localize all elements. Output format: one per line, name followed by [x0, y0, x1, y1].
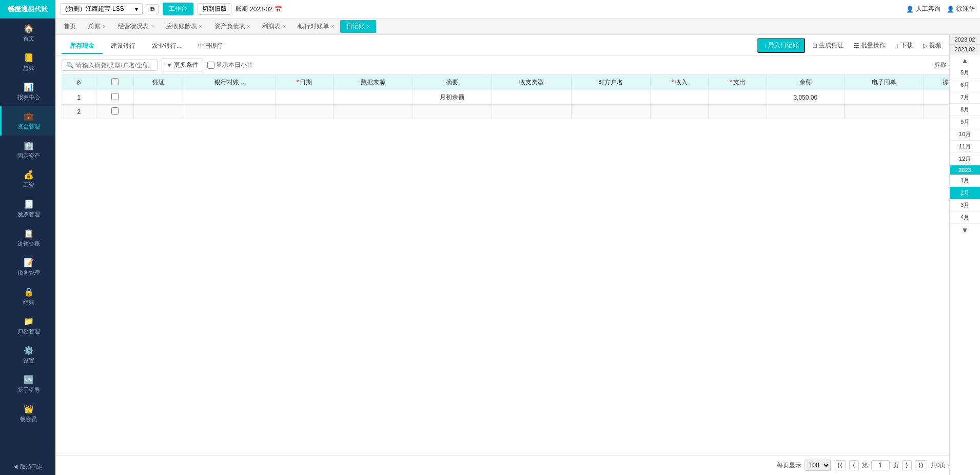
tab-bank-statement[interactable]: 银行对账单 × [292, 20, 340, 33]
date-month-9[interactable]: 9月 [950, 116, 980, 128]
filter-btn[interactable]: ▼ 更多条件 [162, 59, 203, 71]
row2-num: 2 [62, 105, 96, 119]
row1-date [275, 90, 333, 105]
sidebar-item-payroll[interactable]: 💰 工资 [0, 165, 55, 194]
assets-mgmt-icon: 💼 [24, 111, 34, 121]
sidebar-item-closing[interactable]: 🔒 结账 [0, 282, 55, 311]
bank-tab-zhongguo[interactable]: 中国银行 [190, 39, 231, 54]
sidebar-item-archive[interactable]: 📁 归档管理 [0, 311, 55, 340]
tab-journal-close[interactable]: × [367, 24, 370, 29]
date-month-2[interactable]: 2月 [950, 187, 980, 199]
unpin-sidebar-btn[interactable]: ◀ 取消固定 [0, 459, 55, 475]
tab-receivable-close[interactable]: × [199, 24, 202, 29]
row1-cb[interactable] [96, 90, 134, 105]
sidebar-item-reports[interactable]: 📊 报表中心 [0, 77, 55, 106]
row2-checkbox[interactable] [111, 107, 119, 115]
table-wrapper: ⚙ 凭证 银行对账... 日期 数据来源 摘要 收支类型 对方户名 收入 支出 … [55, 74, 980, 455]
sidebar-item-vip[interactable]: 👑 畅会员 [0, 399, 55, 428]
tab-bank-statement-close[interactable]: × [331, 24, 334, 29]
copy-button[interactable]: ⧉ [147, 4, 159, 14]
sidebar-item-assets-mgmt[interactable]: 💼 资金管理 [0, 106, 55, 136]
sidebar-item-purchase-sales[interactable]: 📋 进销台账 [0, 223, 55, 253]
closing-icon: 🔒 [24, 287, 34, 297]
switch-old-btn[interactable]: 切到旧版 [198, 3, 231, 15]
col-settings[interactable]: ⚙ [62, 75, 96, 90]
tab-receivable[interactable]: 应收账龄表 × [160, 20, 208, 33]
date-month-8[interactable]: 8月 [950, 104, 980, 116]
bank-tab-jianshe[interactable]: 建设银行 [103, 39, 144, 54]
generate-voucher-btn[interactable]: ⊡ 生成凭证 [809, 40, 847, 51]
tab-assets-close[interactable]: × [247, 24, 250, 29]
period-value: 2023-02 [250, 6, 272, 13]
select-all-checkbox[interactable] [111, 78, 119, 85]
date-month-10[interactable]: 10月 [950, 128, 980, 141]
row1-checkbox[interactable] [111, 93, 119, 100]
vip-icon: 👑 [24, 404, 34, 414]
date-month-6[interactable]: 6月 [950, 79, 980, 91]
tab-business[interactable]: 经营状况表 × [112, 20, 160, 33]
first-page-btn[interactable]: ⟨⟨ [834, 460, 846, 470]
date-month-11[interactable]: 11月 [950, 141, 980, 153]
reports-icon: 📊 [24, 82, 34, 92]
search-input-wrapper[interactable]: 🔍 [62, 60, 158, 71]
sidebar-item-tax[interactable]: 📝 税务管理 [0, 253, 55, 282]
tab-home[interactable]: 首页 [57, 20, 82, 33]
date-month-7[interactable]: 7月 [950, 91, 980, 104]
import-journal-btn[interactable]: ↑ 导入日记账 [757, 38, 805, 53]
search-icon: 🔍 [66, 62, 74, 69]
username: 徐逢华 [956, 5, 975, 13]
date-month-5[interactable]: 5月 [950, 67, 980, 79]
sidebar-item-fixed-assets[interactable]: 🏢 固定资产 [0, 136, 55, 165]
download-btn[interactable]: ↓ 下载 [893, 40, 916, 51]
sidebar-item-invoice[interactable]: 🧾 发票管理 [0, 194, 55, 223]
topbar: (勿删）江西超宝-LSS ▾ ⧉ 工作台 切到旧版 账期 2023-02 📅 👤… [55, 0, 980, 18]
bank-tabs: 库存现金 建设银行 农业银行... 中国银行 ↑ 导入日记账 ⊡ 生成凭证 [55, 35, 980, 55]
search-field[interactable] [76, 62, 153, 69]
row2-balance [767, 105, 844, 119]
next-page-btn[interactable]: ⟩ [902, 460, 912, 470]
date-month-12[interactable]: 12月 [950, 153, 980, 165]
col-counterparty: 对方户名 [571, 75, 650, 90]
col-summary: 摘要 [413, 75, 492, 90]
sidebar-item-ledger[interactable]: 📒 总账 [0, 48, 55, 77]
date-month-4[interactable]: 4月 [950, 212, 980, 224]
sidebar-item-settings[interactable]: ⚙️ 设置 [0, 340, 55, 370]
service-btn[interactable]: 👤 人工客询 [906, 5, 940, 13]
row2-voucher [134, 105, 184, 119]
batch-icon: ☰ [854, 42, 859, 49]
user-menu[interactable]: 👤 徐逢华 [947, 5, 975, 13]
date-month-1[interactable]: 1月 [950, 175, 980, 187]
daily-total-checkbox[interactable] [207, 62, 214, 69]
page-number-input[interactable] [871, 460, 890, 470]
workbench-button[interactable]: 工作台 [163, 3, 193, 15]
tab-business-close[interactable]: × [151, 24, 154, 29]
sidebar-item-guide[interactable]: 🆕 新手引导 [0, 370, 55, 399]
tab-ledger-close[interactable]: × [103, 24, 106, 29]
daily-total-checkbox-label[interactable]: 显示本日小计 [207, 61, 253, 69]
tab-ledger[interactable]: 总账 × [82, 20, 112, 33]
per-page-select[interactable]: 100 50 200 [805, 460, 831, 471]
fixed-assets-icon: 🏢 [24, 141, 34, 150]
row2-cb[interactable] [96, 105, 134, 119]
last-page-btn[interactable]: ⟩⟩ [915, 460, 927, 470]
prev-page-btn[interactable]: ⟨ [849, 460, 859, 470]
company-select[interactable]: (勿删）江西超宝-LSS ▾ [61, 3, 143, 15]
sidebar-item-home[interactable]: 🏠 首页 [0, 18, 55, 48]
date-panel-header2: 2023.02 [950, 45, 980, 54]
bank-tab-nongye[interactable]: 农业银行... [144, 39, 190, 54]
bank-tab-cash[interactable]: 库存现金 [62, 39, 103, 54]
date-nav-down[interactable]: ▼ [950, 224, 980, 236]
calendar-icon[interactable]: 📅 [275, 6, 282, 13]
row1-bank-ref [184, 90, 275, 105]
sidebar-item-label: 税务管理 [17, 269, 40, 277]
sidebar-item-label: 报表中心 [17, 93, 40, 101]
tab-journal[interactable]: 日记账 × [340, 20, 376, 33]
bank-tab-actions: ↑ 导入日记账 ⊡ 生成凭证 ☰ 批量操作 ↓ 下载 ▷ 视频 [757, 38, 974, 55]
date-nav-up[interactable]: ▲ [950, 54, 980, 67]
date-month-3[interactable]: 3月 [950, 199, 980, 212]
video-btn[interactable]: ▷ 视频 [920, 40, 945, 51]
tab-profit-close[interactable]: × [283, 24, 286, 29]
tab-profit[interactable]: 利润表 × [256, 20, 292, 33]
batch-operation-btn[interactable]: ☰ 批量操作 [851, 40, 889, 51]
tab-assets[interactable]: 资产负债表 × [208, 20, 257, 33]
